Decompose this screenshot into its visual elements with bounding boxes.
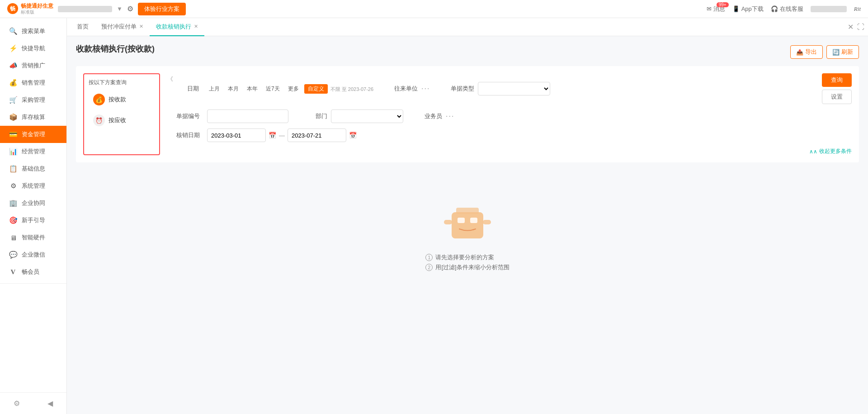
sidebar-item-base-info[interactable]: 📋 基础信息	[0, 160, 66, 177]
phone-icon: 📱	[732, 5, 740, 12]
logo-icon: 畅	[7, 3, 18, 14]
counterpart-filter: 往来单位 ···	[394, 85, 430, 93]
cart-icon: 🛒	[9, 96, 17, 104]
message-icon: ✉	[707, 5, 712, 12]
doc-type-select[interactable]	[478, 82, 550, 95]
collapse-chevron-icon: ∧∧	[809, 148, 817, 155]
sidebar-item-wechat[interactable]: 💬 企业微信	[0, 246, 66, 263]
sidebar-item-member[interactable]: V 畅会员	[0, 263, 66, 281]
system-gear-icon: ⚙	[9, 182, 17, 190]
tab-receipt-verify[interactable]: 收款核销执行 ✕	[150, 18, 204, 36]
message-button[interactable]: ✉ 消息 99+	[707, 5, 725, 13]
card-icon: 💳	[9, 130, 17, 138]
refresh-icon: 🔄	[832, 49, 840, 56]
top-bar-right: ✉ 消息 99+ 📱 App下载 🎧 在线客服 Rit	[707, 5, 861, 13]
collapse-sidebar-button[interactable]: ◀	[42, 396, 58, 410]
search-icon: 🔍	[9, 27, 17, 35]
verify-date-start-calendar-icon[interactable]: 📅	[269, 132, 276, 139]
svg-rect-5	[483, 220, 491, 224]
sidebar-item-operations[interactable]: 📊 经营管理	[0, 143, 66, 160]
date-custom[interactable]: 自定义	[304, 84, 328, 94]
settings-button[interactable]: 设置	[822, 90, 852, 104]
app-download-button[interactable]: 📱 App下载	[732, 5, 764, 13]
empty-state: 1 请先选择要分析的方案 2 用[过滤]条件来缩小分析范围	[76, 168, 859, 300]
building-icon: 🏢	[9, 199, 17, 207]
date-last-month[interactable]: 上月	[206, 84, 222, 94]
message-badge: 99+	[717, 2, 729, 7]
tab-bar-actions: ✕ ⛶	[848, 23, 864, 31]
tab-prepay[interactable]: 预付冲应付单 ✕	[95, 18, 150, 36]
collapse-panel-button[interactable]: 《	[167, 73, 176, 155]
receipt-option-icon: 💰	[93, 94, 105, 105]
headset-icon: 🎧	[771, 5, 778, 12]
counterpart-label: 往来单位	[394, 85, 418, 93]
tab-home[interactable]: 首页	[71, 18, 95, 36]
app-logo: 畅 畅捷通好生意 标准版	[7, 3, 53, 14]
money-icon: 💰	[9, 79, 17, 87]
date-more[interactable]: 更多	[285, 84, 302, 94]
query-panel-inner: 按以下方案查询 💰 按收款 ⏰ 按应收 《	[83, 73, 852, 155]
date-this-year[interactable]: 本年	[244, 84, 260, 94]
user-info-blurred	[811, 6, 847, 12]
sidebar-item-marketing[interactable]: 📣 营销推广	[0, 57, 66, 74]
refresh-button[interactable]: 🔄 刷新	[826, 45, 859, 59]
page-title: 收款核销执行(按收款)	[76, 43, 155, 54]
filter-row-1: 日期 上月 本月 本年 近7天 更多 自定义 不限 至 2023-07-26	[176, 73, 852, 104]
query-by-receipt-option[interactable]: 💰 按收款	[89, 90, 155, 109]
sidebar-item-quick-nav[interactable]: ⚡ 快捷导航	[0, 40, 66, 57]
export-button[interactable]: 📤 导出	[790, 45, 823, 59]
gear-icon[interactable]: ⚙	[127, 5, 133, 13]
query-button[interactable]: 查询	[822, 73, 852, 87]
main-layout: 🔍 搜索菜单 ⚡ 快捷导航 📣 营销推广 💰 销售管理 🛒 采购管理 📦	[0, 18, 868, 414]
target-icon: 🎯	[9, 216, 17, 224]
empty-svg	[440, 195, 495, 245]
settings-bottom-button[interactable]: ⚙	[8, 396, 25, 410]
sidebar-item-finance[interactable]: 💳 资金管理	[0, 126, 66, 143]
sidebar-bottom: ⚙ ◀	[0, 392, 66, 414]
verify-date-end-input[interactable]	[288, 128, 346, 142]
filter-row-2: 单据编号 部门 业务员 ···	[176, 109, 852, 123]
dept-filter: 部门	[305, 109, 403, 123]
company-name-blurred	[58, 6, 112, 12]
date-this-month[interactable]: 本月	[225, 84, 241, 94]
verify-date-label: 核销日期	[176, 131, 200, 139]
salesman-filter: 业务员 ···	[420, 112, 454, 120]
filter-panel: 按以下方案查询 💰 按收款 ⏰ 按应收 《	[76, 66, 859, 162]
query-by-receivable-option[interactable]: ⏰ 按应收	[89, 111, 155, 130]
sidebar-item-hardware[interactable]: 🖥 智能硬件	[0, 229, 66, 246]
sidebar: 🔍 搜索菜单 ⚡ 快捷导航 📣 营销推广 💰 销售管理 🛒 采购管理 📦	[0, 18, 67, 414]
dept-select[interactable]	[331, 109, 403, 123]
tab-bar: 首页 预付冲应付单 ✕ 收款核销执行 ✕ ✕ ⛶	[67, 18, 868, 36]
app-subtitle: 标准版	[21, 10, 53, 15]
sidebar-item-inventory[interactable]: 📦 库存核算	[0, 109, 66, 126]
sidebar-item-enterprise[interactable]: 🏢 企业协同	[0, 195, 66, 212]
verify-date-start-input[interactable]	[207, 128, 266, 142]
dropdown-icon[interactable]: ▼	[117, 5, 123, 12]
svg-rect-4	[444, 220, 452, 224]
tab-prepay-close[interactable]: ✕	[139, 24, 143, 29]
monitor-icon: 🖥	[9, 234, 17, 242]
verify-date-end-calendar-icon[interactable]: 📅	[349, 132, 357, 139]
salesman-dots: ···	[446, 112, 454, 120]
sidebar-item-system[interactable]: ⚙ 系统管理	[0, 177, 66, 195]
filter-fields: 日期 上月 本月 本年 近7天 更多 自定义 不限 至 2023-07-26	[176, 73, 852, 155]
expand-tab-icon[interactable]: ⛶	[857, 23, 864, 31]
sidebar-item-newbie[interactable]: 🎯 新手引导	[0, 212, 66, 229]
close-tab-icon[interactable]: ✕	[848, 23, 854, 31]
sidebar-item-sales[interactable]: 💰 销售管理	[0, 74, 66, 91]
online-service-button[interactable]: 🎧 在线客服	[771, 5, 803, 13]
date-quick-options: 上月 本月 本年 近7天 更多 自定义 不限 至 2023-07-26	[206, 84, 373, 94]
tab-receipt-verify-close[interactable]: ✕	[194, 24, 198, 29]
sidebar-item-search-menu[interactable]: 🔍 搜索菜单	[0, 23, 66, 40]
date-7days[interactable]: 近7天	[263, 84, 283, 94]
industry-solution-button[interactable]: 体验行业方案	[138, 3, 186, 15]
salesman-label: 业务员	[420, 112, 442, 120]
doc-no-input[interactable]	[207, 109, 288, 123]
filter-action-buttons: 查询 设置	[822, 73, 852, 104]
collapse-more-button[interactable]: ∧∧ 收起更多条件	[809, 148, 852, 155]
vip-icon: V	[9, 268, 17, 276]
megaphone-icon: 📣	[9, 62, 17, 70]
sidebar-item-purchase[interactable]: 🛒 采购管理	[0, 91, 66, 109]
chart-icon: 📊	[9, 148, 17, 156]
sidebar-nav: 🔍 搜索菜单 ⚡ 快捷导航 📣 营销推广 💰 销售管理 🛒 采购管理 📦	[0, 18, 66, 284]
